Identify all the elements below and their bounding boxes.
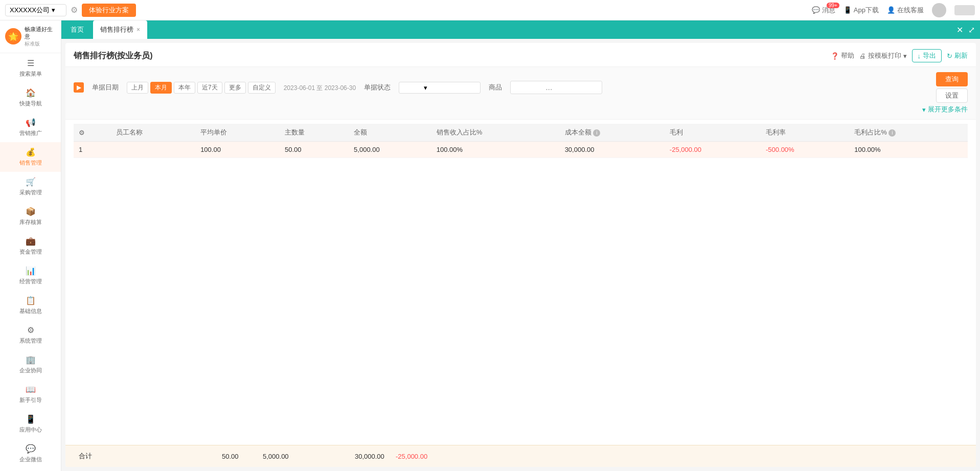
date-btn-this-year[interactable]: 本年 bbox=[174, 82, 195, 94]
sidebar-item-label: 企业微信 bbox=[19, 456, 42, 463]
sidebar-item-label: 库存核算 bbox=[19, 218, 42, 226]
service-icon: 👤 bbox=[887, 6, 895, 14]
cell-rank: 1 bbox=[74, 142, 111, 158]
status-select[interactable]: ▾ bbox=[399, 82, 481, 94]
cost-info-icon[interactable]: i bbox=[593, 129, 600, 137]
online-service-button[interactable]: 👤 在线客服 bbox=[887, 6, 924, 15]
sidebar-item-label: 营销推广 bbox=[19, 129, 42, 137]
sidebar-item-inventory[interactable]: 📦 库存核算 bbox=[0, 201, 61, 231]
wechat-icon: 💬 bbox=[26, 444, 36, 454]
avatar[interactable] bbox=[932, 3, 946, 17]
filter-row-1: ▶ 单据日期 上月 本月 本年 近7天 更多 自定义 2023-06-01 至 … bbox=[74, 72, 968, 103]
settings-icon[interactable]: ⚙ bbox=[79, 129, 85, 137]
content-area: 首页 销售排行榜 × ✕ ⤢ 销售排行榜(按业务员) ❓ 帮助 bbox=[61, 20, 980, 471]
logo-name: 畅康通好生意 bbox=[25, 26, 56, 40]
export-button[interactable]: ↓ 导出 bbox=[912, 49, 942, 62]
sidebar-item-label: 新手引导 bbox=[19, 396, 42, 404]
trial-button[interactable]: 体验行业方案 bbox=[82, 4, 136, 17]
export-icon: ↓ bbox=[918, 52, 921, 60]
dots-icon[interactable]: ... bbox=[545, 83, 552, 92]
filter-toggle[interactable]: ▶ bbox=[74, 82, 84, 93]
message-icon: 💬 bbox=[812, 6, 820, 14]
date-btn-7days[interactable]: 近7天 bbox=[197, 82, 222, 94]
sidebar-item-base-info[interactable]: 📋 基础信息 bbox=[0, 290, 61, 320]
th-settings[interactable]: ⚙ bbox=[74, 124, 111, 142]
tab-close-button[interactable]: ✕ bbox=[956, 25, 963, 35]
sidebar-item-label: 销售管理 bbox=[19, 159, 42, 167]
cell-avg-price: 100.00 bbox=[195, 142, 280, 158]
tab-sales-ranking[interactable]: 销售排行榜 × bbox=[93, 20, 147, 39]
app-download-button[interactable]: 📱 App下载 bbox=[844, 6, 879, 15]
top-bar: XXXXXX公司 ▾ ⚙ 体验行业方案 💬 消息 99+ 📱 App下载 👤 在… bbox=[0, 0, 980, 20]
print-icon: 🖨 bbox=[859, 52, 866, 60]
cell-gross-pct: 100.00% bbox=[849, 142, 968, 158]
sidebar-item-sales[interactable]: 💰 销售管理 bbox=[0, 142, 61, 172]
search-order-icon: ☰ bbox=[27, 58, 34, 68]
sidebar-item-enterprise[interactable]: 🏢 企业协同 bbox=[0, 350, 61, 379]
table-row: 1 100.00 50.00 5,000.00 100.00% 30,000.0… bbox=[74, 142, 968, 158]
date-btn-last-month[interactable]: 上月 bbox=[127, 82, 148, 94]
sidebar-item-label: 采购管理 bbox=[19, 189, 42, 196]
chevron-down-icon: ▾ bbox=[52, 6, 55, 14]
expand-more-button[interactable]: ▾ 展开更多条件 bbox=[922, 105, 968, 114]
goods-select[interactable]: ... bbox=[510, 81, 602, 94]
page-content: 销售排行榜(按业务员) ❓ 帮助 🖨 按模板打印 ▾ ↓ 导出 bbox=[65, 43, 976, 467]
marketing-icon: 📢 bbox=[26, 118, 36, 127]
tab-close-icon[interactable]: × bbox=[136, 26, 140, 33]
sidebar-item-marketing[interactable]: 📢 营销推广 bbox=[0, 113, 61, 142]
date-btn-more[interactable]: 更多 bbox=[224, 82, 246, 94]
th-gross: 毛利 bbox=[665, 124, 761, 142]
sidebar-logo: 🌟 畅康通好生意 标准版 bbox=[0, 20, 61, 53]
sidebar-item-finance[interactable]: 💼 资金管理 bbox=[0, 231, 61, 261]
guide-icon: 📖 bbox=[26, 385, 36, 394]
query-button[interactable]: 查询 bbox=[936, 72, 968, 86]
footer-label: 合计 bbox=[74, 450, 176, 463]
filter-row-2: ▾ 展开更多条件 bbox=[74, 103, 968, 114]
th-amount: 全额 bbox=[349, 124, 431, 142]
footer-cost: 30,000.00 bbox=[350, 451, 391, 462]
print-button[interactable]: 🖨 按模板打印 ▾ bbox=[859, 51, 907, 60]
sidebar-item-label: 企业协同 bbox=[19, 367, 42, 374]
sidebar-item-label: 应用中心 bbox=[19, 426, 42, 434]
date-btn-this-month[interactable]: 本月 bbox=[150, 82, 172, 94]
page-actions: ❓ 帮助 🖨 按模板打印 ▾ ↓ 导出 ↻ 刷新 bbox=[831, 49, 968, 62]
chevron-down-icon: ▾ bbox=[903, 52, 907, 60]
home-icon: 🏠 bbox=[26, 88, 36, 98]
sidebar: 🌟 畅康通好生意 标准版 ☰ 搜索菜单 🏠 快捷导航 📢 营销推广 💰 销售管理… bbox=[0, 20, 61, 471]
cell-name bbox=[111, 142, 195, 158]
gross-pct-info-icon[interactable]: i bbox=[888, 129, 896, 137]
th-avg-price: 平均单价 bbox=[195, 124, 280, 142]
sidebar-item-wechat[interactable]: 💬 企业微信 bbox=[0, 439, 61, 468]
cell-cost: 30,000.00 bbox=[560, 142, 665, 158]
apps-icon: 📱 bbox=[26, 414, 36, 424]
chevron-down-icon: ▾ bbox=[922, 106, 926, 114]
status-label: 单据状态 bbox=[364, 83, 391, 92]
sidebar-item-purchase[interactable]: 🛒 采购管理 bbox=[0, 172, 61, 201]
purchase-icon: 🛒 bbox=[26, 177, 36, 187]
date-btn-custom[interactable]: 自定义 bbox=[248, 82, 276, 94]
settings-button[interactable]: 设置 bbox=[936, 88, 968, 103]
sidebar-item-system[interactable]: ⚙ 系统管理 bbox=[0, 320, 61, 350]
refresh-button[interactable]: ↻ 刷新 bbox=[947, 51, 968, 60]
ranking-table: ⚙ 员工名称 平均单价 主数量 bbox=[74, 124, 968, 158]
sidebar-item-quick-nav[interactable]: 🏠 快捷导航 bbox=[0, 83, 61, 113]
settings-icon[interactable]: ⚙ bbox=[71, 5, 78, 15]
help-button[interactable]: ❓ 帮助 bbox=[831, 51, 854, 60]
sidebar-item-guide[interactable]: 📖 新手引导 bbox=[0, 379, 61, 409]
sidebar-item-operations[interactable]: 📊 经营管理 bbox=[0, 261, 61, 290]
tab-home[interactable]: 首页 bbox=[61, 20, 93, 39]
sidebar-item-label: 经营管理 bbox=[19, 278, 42, 285]
tab-bar-right: ✕ ⤢ bbox=[956, 25, 980, 35]
message-button[interactable]: 💬 消息 99+ bbox=[812, 6, 835, 15]
sidebar-item-search-order[interactable]: ☰ 搜索菜单 bbox=[0, 53, 61, 83]
table-header-row: ⚙ 员工名称 平均单价 主数量 bbox=[74, 124, 968, 142]
sidebar-item-apps[interactable]: 📱 应用中心 bbox=[0, 409, 61, 439]
table-footer: 合计 50.00 5,000.00 30,000.00 -25,000.00 bbox=[65, 445, 976, 467]
sidebar-item-member[interactable]: 👑 畅会员 bbox=[0, 468, 61, 471]
company-select[interactable]: XXXXXX公司 ▾ bbox=[5, 4, 66, 16]
cell-qty: 50.00 bbox=[280, 142, 349, 158]
main-layout: 🌟 畅康通好生意 标准版 ☰ 搜索菜单 🏠 快捷导航 📢 营销推广 💰 销售管理… bbox=[0, 20, 980, 471]
tab-expand-button[interactable]: ⤢ bbox=[968, 25, 975, 35]
sidebar-item-label: 基础信息 bbox=[19, 307, 42, 315]
user-name bbox=[954, 5, 975, 15]
